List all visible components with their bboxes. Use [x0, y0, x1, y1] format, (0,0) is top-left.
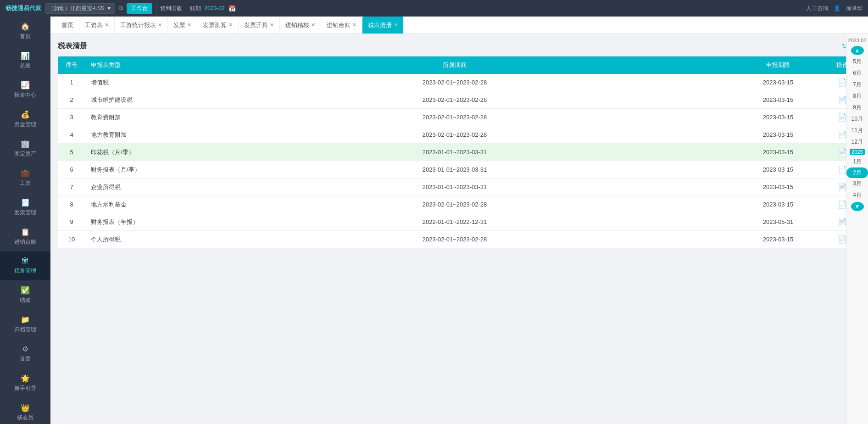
document-icon[interactable]: 📄: [838, 235, 847, 243]
tab-sales-check[interactable]: 进销稽核 ✕: [280, 17, 321, 34]
calendar-month-12[interactable]: 12月: [846, 136, 868, 148]
close-tab-icon[interactable]: ✕: [394, 22, 398, 28]
document-icon[interactable]: 📄: [838, 78, 847, 86]
sidebar-item-label: 总账: [20, 62, 31, 70]
user-avatar-icon: 👤: [834, 5, 840, 11]
tab-invoice-calc[interactable]: 发票测算 ✕: [197, 17, 239, 34]
tab-label: 发票: [173, 21, 185, 29]
sidebar-item-label: 报表中心: [14, 91, 36, 99]
close-tab-icon[interactable]: ✕: [105, 22, 109, 28]
calendar-month-11[interactable]: 11月: [846, 125, 868, 136]
switch-button[interactable]: 切到旧版: [156, 3, 186, 14]
vip-icon: 👑: [21, 403, 30, 412]
tab-label: 发票开具: [244, 21, 268, 29]
cell-deadline: 2023-03-15: [732, 196, 824, 213]
period-value: 2023-02: [205, 5, 225, 11]
tab-invoice-issue[interactable]: 发票开具 ✕: [239, 17, 280, 34]
document-icon[interactable]: 📄: [838, 218, 847, 226]
calendar-down-button[interactable]: ▼: [851, 202, 864, 211]
sidebar-item-label: 进销台账: [14, 238, 36, 246]
cell-deadline: 2023-03-15: [732, 109, 824, 126]
tab-tax-register[interactable]: 税表清册 ✕: [362, 17, 404, 34]
close-tab-icon[interactable]: ✕: [187, 22, 191, 28]
calendar-month-3[interactable]: 3月: [846, 178, 868, 190]
cell-no: 7: [58, 179, 85, 196]
calendar-month-4[interactable]: 4月: [846, 190, 868, 201]
document-icon[interactable]: 📄: [838, 148, 847, 156]
calendar-month-2-active[interactable]: 2月: [846, 167, 868, 178]
sidebar-item-label: 新手引导: [14, 385, 36, 392]
calendar-panel: 2023.02 ▲ 5月 6月 7月 8月 9月 10月 11月 12月 202…: [846, 34, 868, 424]
tab-label: 进销台账: [327, 21, 351, 29]
cell-period: 2023-02-01~2023-02-28: [177, 196, 732, 213]
cell-period: 2023-02-01~2023-02-28: [177, 109, 732, 126]
tab-home[interactable]: 首页: [56, 17, 79, 34]
company-selector[interactable]: （勿动）江西股宝-LSS ▼: [45, 3, 115, 14]
sidebar-item-ledger[interactable]: 📊 总账: [0, 46, 50, 75]
calendar-month-6[interactable]: 6月: [846, 67, 868, 79]
calendar-month-5[interactable]: 5月: [846, 56, 868, 67]
calendar-month-7[interactable]: 7月: [846, 79, 868, 90]
document-icon[interactable]: 📄: [838, 96, 847, 104]
sidebar-item-label: 首页: [20, 33, 31, 40]
cell-no: 1: [58, 74, 85, 91]
ai-consult-link[interactable]: 人工咨询: [806, 5, 828, 12]
cell-type: 财务报表（年报）: [85, 213, 177, 231]
user-name[interactable]: 徐泽华: [846, 5, 862, 12]
tab-label: 首页: [61, 21, 73, 29]
tab-salary-table[interactable]: 工资表 ✕: [79, 17, 115, 34]
sidebar-item-vip[interactable]: 👑 畅会员: [0, 398, 50, 424]
calendar-month-9[interactable]: 9月: [846, 102, 868, 113]
sidebar-item-sales-ledger[interactable]: 📋 进销台账: [0, 222, 50, 251]
sidebar-item-settings[interactable]: ⚙ 设置: [0, 339, 50, 368]
sidebar-item-guide[interactable]: 🌟 新手引导: [0, 368, 50, 398]
document-icon[interactable]: 📄: [838, 166, 847, 173]
sidebar-item-salary[interactable]: 💼 工资: [0, 163, 50, 193]
workbench-button[interactable]: 工作台: [127, 3, 152, 14]
sidebar-item-archive[interactable]: 📁 归档管理: [0, 310, 50, 339]
calendar-month-8[interactable]: 8月: [846, 90, 868, 102]
cell-deadline: 2023-03-15: [732, 126, 824, 144]
tab-salary-stats[interactable]: 工资统计报表 ✕: [115, 17, 168, 34]
sidebar-item-invoice[interactable]: 🧾 发票管理: [0, 193, 50, 222]
cell-period: 2022-01-01~2022-12-31: [177, 213, 732, 231]
close-tab-icon[interactable]: ✕: [270, 22, 274, 28]
cell-type: 财务报表（月/季）: [85, 161, 177, 179]
cell-no: 9: [58, 213, 85, 231]
close-tab-icon[interactable]: ✕: [228, 22, 233, 28]
assets-icon: 🏢: [21, 139, 30, 148]
cell-no: 10: [58, 231, 85, 248]
close-tab-icon[interactable]: ✕: [352, 22, 356, 28]
sidebar-item-assets[interactable]: 🏢 固定资产: [0, 134, 50, 163]
sidebar-item-reports[interactable]: 📈 报表中心: [0, 75, 50, 105]
calendar-month-10[interactable]: 10月: [846, 113, 868, 125]
document-icon[interactable]: 📄: [838, 131, 847, 139]
tab-label: 进销稽核: [285, 21, 309, 29]
cell-period: 2023-02-01~2023-02-28: [177, 126, 732, 144]
sidebar-item-close-accounts[interactable]: ✅ 结账: [0, 280, 50, 310]
calendar-icon[interactable]: 📅: [228, 5, 236, 12]
close-tab-icon[interactable]: ✕: [158, 22, 162, 28]
document-icon[interactable]: 📄: [838, 113, 847, 121]
close-tab-icon[interactable]: ✕: [311, 22, 315, 28]
sidebar-item-label: 资金管理: [14, 121, 36, 128]
tab-label: 税表清册: [368, 21, 392, 29]
tab-invoice[interactable]: 发票 ✕: [168, 17, 197, 34]
copy-icon[interactable]: ⧉: [119, 5, 123, 12]
document-icon[interactable]: 📄: [838, 201, 847, 208]
sidebar-item-funds[interactable]: 💰 资金管理: [0, 105, 50, 134]
cell-deadline: 2023-03-15: [732, 161, 824, 179]
calendar-up-button[interactable]: ▲: [851, 46, 864, 55]
sidebar-item-tax[interactable]: 🏛 税务管理: [0, 251, 50, 280]
page-title: 税表清册: [58, 41, 87, 51]
document-icon[interactable]: 📄: [838, 183, 847, 191]
period-label: 账期: [190, 5, 201, 12]
tab-bar: 首页 工资表 ✕ 工资统计报表 ✕ 发票 ✕ 发票测算 ✕ 发票开具 ✕: [50, 17, 868, 34]
cell-deadline: 2023-05-31: [732, 213, 824, 231]
cell-deadline: 2023-03-15: [732, 74, 824, 91]
sidebar-item-home[interactable]: 🏠 首页: [0, 17, 50, 46]
calendar-month-1[interactable]: 1月: [846, 156, 868, 167]
tab-sales-ledger[interactable]: 进销台账 ✕: [321, 17, 362, 34]
cell-period: 2023-01-01~2023-03-31: [177, 179, 732, 196]
cell-no: 5: [58, 144, 85, 161]
